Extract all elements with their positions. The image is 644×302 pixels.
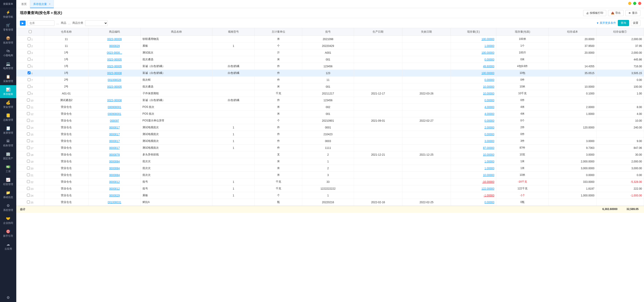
cell-link[interactable]: 3.00000	[484, 139, 494, 143]
select-all-checkbox[interactable]	[29, 30, 32, 33]
cell-link[interactable]: 100.00000	[481, 38, 494, 41]
cell-link[interactable]: 1.00000	[484, 44, 494, 48]
row-checkbox-10[interactable]	[27, 105, 30, 108]
win-close-btn[interactable]	[638, 2, 641, 5]
cell-link[interactable]: 000900001	[108, 112, 121, 115]
cell-link[interactable]: 0.00000	[484, 58, 494, 61]
sidebar-item-inventory[interactable]: 📊 库存核算	[0, 85, 16, 98]
sidebar-item-purchase[interactable]: 📋 采购管理	[0, 72, 16, 85]
filter-expand-btn[interactable]: ▶	[20, 21, 26, 26]
cell-link[interactable]: 000097	[110, 119, 119, 122]
row-checkbox-12[interactable]	[27, 119, 30, 122]
settings-icon[interactable]: ⚙	[0, 293, 16, 302]
print-button[interactable]: 🖨 按模板打印	[583, 10, 606, 16]
cell-link[interactable]: 0.00000	[484, 78, 494, 82]
row-checkbox-9[interactable]	[27, 99, 30, 101]
row-checkbox-20[interactable]	[27, 173, 30, 176]
cell-link[interactable]: -1.00000	[484, 194, 494, 197]
cell-link[interactable]: 000900001	[108, 106, 121, 109]
cell-link[interactable]: 49.60000	[483, 65, 494, 68]
sidebar-search[interactable]: 搜索菜单	[0, 0, 16, 8]
cell-link[interactable]: 0.00000	[484, 119, 494, 122]
cell-link[interactable]: 10.00000	[483, 92, 494, 95]
set-button[interactable]: 设置	[631, 20, 640, 26]
cell-link[interactable]: 87.00000	[483, 146, 494, 149]
row-checkbox-24[interactable]	[27, 201, 30, 203]
sidebar-item-basic-info[interactable]: 📁 基础信息	[0, 188, 16, 201]
search-button[interactable]: 查询	[618, 20, 629, 26]
cell-link[interactable]: 0.00000	[484, 201, 494, 204]
cell-link[interactable]: 0000012	[109, 180, 120, 184]
sidebar-item-general[interactable]: 📒 总账管理	[0, 111, 16, 124]
row-checkbox-16[interactable]	[27, 146, 30, 149]
sidebar-item-ecom[interactable]: 💻 电商管理	[0, 59, 16, 72]
export-button[interactable]: 📤 导出	[608, 10, 624, 16]
cell-link[interactable]: 100.00000	[481, 51, 494, 54]
sidebar-item-sales[interactable]: 🛒 零售管理	[0, 21, 16, 34]
cell-link[interactable]: 4.00000	[484, 112, 494, 115]
cell-link[interactable]: 0023-00008	[107, 99, 122, 102]
sidebar-item-payroll[interactable]: 💵 工资	[0, 163, 16, 175]
sidebar-item-sys[interactable]: ⚙ 系统管理	[0, 201, 16, 214]
cell-link[interactable]: 0023-0000...	[107, 51, 122, 54]
cell-link[interactable]: 0000029	[109, 194, 120, 197]
cell-link[interactable]: 0000084	[109, 174, 120, 177]
row-checkbox-2[interactable]	[28, 51, 30, 54]
cell-link[interactable]: 0000029	[109, 44, 120, 48]
row-checkbox-0[interactable]	[28, 37, 30, 40]
row-checkbox-22[interactable]	[27, 187, 30, 190]
row-checkbox-7[interactable]	[28, 85, 30, 88]
sidebar-item-mini-ecom[interactable]: 🛍 小脂电商	[0, 47, 16, 59]
cell-link[interactable]: 4.00000	[484, 106, 494, 109]
row-checkbox-18[interactable]	[27, 160, 30, 163]
cell-link[interactable]: 0000078	[109, 153, 120, 156]
cell-link[interactable]: 0000017	[109, 126, 120, 129]
cell-link[interactable]: 1.00000	[484, 167, 494, 170]
category-select[interactable]	[85, 20, 108, 26]
cell-link[interactable]: 1.00000	[484, 160, 494, 163]
cell-link[interactable]: 0000012	[109, 187, 120, 190]
cell-link[interactable]: 0000017	[109, 133, 120, 136]
cell-link[interactable]: 0023-00008	[107, 72, 122, 75]
cell-link[interactable]: 001000026	[108, 78, 121, 82]
sidebar-item-ops[interactable]: 📈 经营管理	[0, 175, 16, 188]
win-minimize-btn[interactable]	[628, 2, 631, 5]
row-checkbox-3[interactable]	[28, 58, 30, 61]
cell-link[interactable]: -16.00000	[482, 180, 494, 184]
row-checkbox-8[interactable]	[28, 92, 30, 95]
cell-link[interactable]: 0000084	[109, 160, 120, 163]
cell-link[interactable]: 10.00000	[483, 174, 494, 177]
cell-link[interactable]: 0000017	[109, 139, 120, 143]
sidebar-item-new-guide[interactable]: 🎯 新手引导	[0, 227, 16, 240]
sidebar-item-fixed-assets[interactable]: 🏢 固定资产	[0, 149, 16, 163]
cell-link[interactable]: 10.00000	[483, 153, 494, 156]
tab-home[interactable]: 首页	[18, 0, 30, 8]
cell-link[interactable]: 100.00000	[481, 72, 494, 75]
cell-link[interactable]: 0023-00009	[107, 38, 122, 41]
cell-link[interactable]: 0023-00005	[107, 65, 122, 68]
cell-link[interactable]: 0023-00005	[107, 85, 122, 88]
cell-link[interactable]: 0.00000	[484, 99, 494, 102]
cell-link[interactable]: 001000031	[108, 201, 121, 204]
cell-link[interactable]: 0.00000	[484, 133, 494, 136]
row-checkbox-15[interactable]	[27, 139, 30, 142]
sidebar-item-invoice[interactable]: 🧾 发票管理	[0, 124, 16, 137]
row-checkbox-6[interactable]	[28, 78, 30, 81]
sidebar-item-quick-nav[interactable]: ⚡ 快捷导航	[0, 8, 16, 21]
tab-close-icon[interactable]: ×	[49, 3, 50, 6]
row-checkbox-14[interactable]	[27, 132, 30, 135]
row-checkbox-11[interactable]	[27, 112, 30, 115]
filter-more-btn[interactable]: ▼ 展开更多条件	[596, 21, 616, 25]
row-checkbox-23[interactable]	[27, 194, 30, 197]
sidebar-item-wholesale[interactable]: 📦 批发管理	[0, 34, 16, 47]
sidebar-item-enterprise[interactable]: 🤝 企业协同	[0, 214, 16, 227]
row-checkbox-13[interactable]	[27, 126, 30, 129]
cell-link[interactable]: 2.00000	[484, 126, 494, 129]
sidebar-item-tax[interactable]: 🏛 税务管理	[0, 137, 16, 149]
row-checkbox-21[interactable]	[27, 180, 30, 183]
row-checkbox-17[interactable]	[27, 153, 30, 156]
sidebar-item-cloud[interactable]: ☁ 云应用	[0, 240, 16, 253]
cell-link[interactable]: 0000017	[109, 146, 120, 149]
cell-link[interactable]: 0023-00005	[107, 58, 122, 61]
cell-link[interactable]: 122.00000	[481, 187, 494, 190]
